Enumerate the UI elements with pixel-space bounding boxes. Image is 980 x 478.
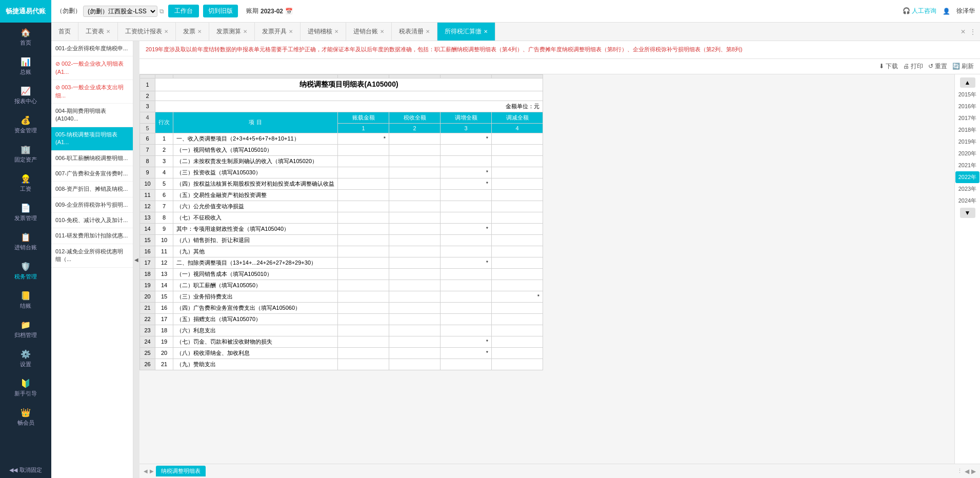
data-cell-3[interactable] [441,313,492,325]
data-cell-2[interactable] [389,257,441,268]
name-cell[interactable]: （三）业务招待费支出 [173,291,338,302]
more-tabs-icon[interactable]: ⋮ [970,28,976,35]
data-cell-3[interactable] [441,155,492,167]
left-item-009[interactable]: 009-企业所得税弥补亏损明... [51,197,133,213]
data-cell-4[interactable] [492,336,543,347]
spreadsheet[interactable]: 1 纳税调整项目明细表(A105000) 2 [139,74,954,464]
data-cell-4[interactable] [492,155,543,167]
data-cell-3[interactable]: * [441,336,492,347]
sidebar-item-settings[interactable]: ⚙️ 设置 [0,344,51,373]
close-icon[interactable]: ✕ [243,29,247,34]
data-cell-3[interactable]: * [441,133,492,144]
year-item[interactable]: 2023年 [955,183,979,195]
data-cell-4[interactable] [492,358,543,370]
data-cell-4[interactable]: * [492,291,543,302]
data-cell-2[interactable] [389,167,441,178]
tab-invoice-open[interactable]: 发票开具✕ [255,23,301,41]
left-item-001[interactable]: 001-企业所得税年度纳税申... [51,41,133,56]
data-cell-2[interactable] [389,223,441,234]
data-cell-1[interactable] [338,223,389,234]
company-select[interactable]: (勿删）江西股金-LSS [83,6,157,17]
name-cell[interactable]: （九）赞助支出 [173,358,338,370]
data-cell-1[interactable] [338,246,389,257]
left-item-006[interactable]: 006-职工薪酬纳税调整明细... [51,151,133,166]
name-cell[interactable]: （一）视同销售成本（填写A105010） [173,268,338,280]
name-cell[interactable]: （七）罚金、罚款和被没收财物的损失 [173,336,338,347]
data-cell-4[interactable] [492,347,543,358]
data-cell-3[interactable]: * [441,178,492,189]
data-cell-1[interactable] [338,280,389,291]
sidebar-item-home[interactable]: 🏠 首页 [0,23,51,52]
reset-button[interactable]: ↺ 重置 [928,62,947,71]
left-item-004[interactable]: 004-期间费用明细表(A1040... [51,104,133,127]
data-cell-1[interactable] [338,325,389,336]
name-cell[interactable]: （五）捐赠支出（填写A105070） [173,313,338,325]
close-icon[interactable]: ✕ [289,29,293,34]
name-cell[interactable]: （五）交易性金融资产初始投资调整 [173,189,338,201]
data-cell-1[interactable] [338,178,389,189]
name-cell[interactable]: （六）利息支出 [173,325,338,336]
close-icon[interactable]: ✕ [197,29,202,34]
data-cell-1[interactable] [338,144,389,155]
tab-home[interactable]: 首页 [51,23,78,41]
user-avatar[interactable]: 👤 [943,8,950,15]
data-cell-1[interactable] [338,313,389,325]
data-cell-4[interactable] [492,325,543,336]
data-cell-2[interactable] [389,246,441,257]
data-cell-2[interactable] [389,178,441,189]
data-cell-1[interactable] [338,358,389,370]
year-item[interactable]: 2021年 [955,160,979,171]
data-cell-1[interactable] [338,257,389,268]
sidebar-item-fixed-assets[interactable]: 🏢 固定资产 [0,140,51,169]
close-icon[interactable]: ✕ [484,29,488,34]
calendar-icon[interactable]: 📅 [285,8,293,15]
left-item-003[interactable]: ⊘ 003-一般企业成本支出明细... [51,80,133,104]
data-cell-4[interactable] [492,313,543,325]
close-icon[interactable]: ✕ [426,29,430,34]
tab-salary[interactable]: 工资表✕ [78,23,118,41]
tab-salary-report[interactable]: 工资统计报表✕ [118,23,176,41]
close-icon[interactable]: ✕ [106,29,110,34]
data-cell-2[interactable] [389,212,441,223]
tab-invoice[interactable]: 发票✕ [176,23,209,41]
data-cell-3[interactable]: * [441,347,492,358]
data-cell-2[interactable] [389,189,441,201]
name-cell[interactable]: （六）公允价值变动净损益 [173,201,338,212]
year-item[interactable]: 2016年 [955,101,979,112]
sidebar-item-tax[interactable]: 🛡️ 税务管理 [0,256,51,286]
name-cell[interactable]: （八）税收滞纳金、加收利息 [173,347,338,358]
copy-icon[interactable]: ⧉ [159,8,164,15]
data-cell-2[interactable] [389,133,441,144]
collapse-panel-btn[interactable]: ◀ [133,41,139,478]
data-cell-4[interactable] [492,212,543,223]
data-cell-4[interactable] [492,133,543,144]
sidebar-item-archive[interactable]: 📁 归档管理 [0,315,51,344]
tab-tax-list[interactable]: 税表清册✕ [392,23,437,41]
data-cell-4[interactable] [492,234,543,246]
name-cell[interactable]: （四）按权益法核算长期股权投资对初始投资成本调整确认收益 [173,178,338,189]
data-cell-2[interactable] [389,280,441,291]
left-item-005[interactable]: 005-纳税调整项目明细表(A1... [51,127,133,151]
name-cell[interactable]: （九）其他 [173,246,338,257]
data-cell-2[interactable] [389,302,441,313]
data-cell-2[interactable] [389,234,441,246]
service-link[interactable]: 🎧 人工咨询 [903,7,936,15]
data-cell-2[interactable] [389,155,441,167]
year-up-btn[interactable]: ▲ [960,77,975,88]
name-cell[interactable]: （二）职工薪酬（填写A105050） [173,280,338,291]
data-cell-2[interactable] [389,144,441,155]
sidebar-item-invoice[interactable]: 📄 发票管理 [0,198,51,227]
close-icon[interactable]: ✕ [380,29,384,34]
data-cell-4[interactable] [492,223,543,234]
data-cell-2[interactable] [389,336,441,347]
data-cell-3[interactable] [441,234,492,246]
sidebar-item-general-ledger[interactable]: 📊 总账 [0,52,51,81]
left-item-012[interactable]: 012-减免企业所得税优惠明细（... [51,244,133,268]
name-cell[interactable]: （二）未按权责发生制原则确认的收入（填写A105020） [173,155,338,167]
tab-purchase-ledger[interactable]: 进销台账✕ [346,23,392,41]
data-cell-3[interactable] [441,212,492,223]
left-item-010[interactable]: 010-免税、减计收入及加计... [51,213,133,228]
left-item-002[interactable]: ⊘ 002-一般企业收入明细表(A1... [51,56,133,80]
data-cell-3[interactable] [441,268,492,280]
data-cell-4[interactable] [492,246,543,257]
